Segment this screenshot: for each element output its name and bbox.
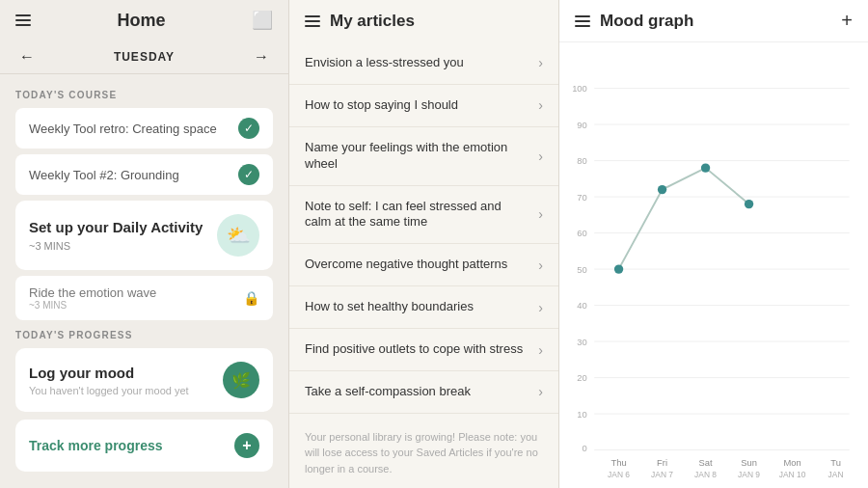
ride-item[interactable]: Ride the emotion wave ~3 MINS 🔒 (15, 276, 273, 320)
svg-text:Mon: Mon (783, 458, 800, 468)
left-header: Home ⬜ (0, 0, 288, 41)
add-mood-button[interactable]: + (841, 10, 853, 32)
mood-icon: 🌿 (223, 362, 259, 398)
chevron-icon-2: › (538, 149, 543, 164)
activity-card[interactable]: Set up your Daily Activity ~3 MINS ⛅ (15, 201, 273, 270)
track-btn-label: Track more progress (29, 438, 163, 453)
right-header: Mood graph + (559, 0, 868, 42)
check-icon-1: ✓ (238, 118, 259, 139)
mood-log-subtitle: You haven't logged your mood yet (29, 385, 189, 396)
chevron-icon-1: › (538, 97, 543, 113)
today-course-label: TODAY'S COURSE (15, 90, 273, 100)
mood-log-card[interactable]: Log your mood You haven't logged your mo… (15, 348, 273, 412)
svg-text:JAN 7: JAN 7 (651, 470, 673, 479)
svg-text:70: 70 (577, 193, 586, 203)
chevron-icon-6: › (538, 342, 543, 358)
svg-text:40: 40 (577, 301, 586, 311)
article-item-4[interactable]: Overcome negative thought patterns › (289, 244, 558, 286)
chevron-icon-4: › (538, 258, 543, 273)
prev-day-arrow[interactable]: ← (19, 48, 35, 66)
track-progress-button[interactable]: Track more progress + (15, 420, 273, 472)
svg-text:JAN 6: JAN 6 (608, 470, 630, 479)
hamburger-menu[interactable] (15, 14, 31, 26)
article-item-5[interactable]: How to set healthy boundaries › (289, 286, 558, 329)
mood-hamburger[interactable] (575, 15, 590, 27)
course-item-2[interactable]: Weekly Tool #2: Grounding ✓ (15, 154, 273, 195)
check-icon-2: ✓ (238, 164, 259, 185)
article-title-4: Overcome negative thought patterns (305, 257, 538, 273)
mood-log-left: Log your mood You haven't logged your mo… (29, 365, 189, 396)
next-day-arrow[interactable]: → (254, 48, 269, 66)
svg-text:20: 20 (577, 373, 586, 383)
article-item-7[interactable]: Take a self-compassion break › (289, 371, 558, 414)
articles-list: Envision a less-stressed you › How to st… (289, 42, 558, 418)
chevron-icon-0: › (538, 55, 543, 70)
svg-text:50: 50 (577, 265, 586, 275)
left-panel: Home ⬜ ← TUESDAY → TODAY'S COURSE Weekly… (0, 0, 289, 488)
data-point-sun (745, 200, 753, 208)
lock-icon: 🔒 (243, 290, 259, 306)
home-title: Home (117, 11, 165, 31)
data-point-thu (614, 264, 623, 273)
svg-text:Fri: Fri (657, 458, 667, 468)
article-title-5: How to set healthy boundaries (305, 299, 538, 315)
svg-text:JAN 10: JAN 10 (779, 470, 806, 479)
activity-title: Set up your Daily Activity (29, 219, 203, 236)
svg-text:100: 100 (572, 84, 587, 94)
article-title-1: How to stop saying I should (305, 97, 538, 114)
data-point-sat (701, 163, 710, 172)
day-nav: ← TUESDAY → (0, 41, 288, 74)
chevron-icon-7: › (538, 384, 543, 399)
article-title-6: Find positive outlets to cope with stres… (305, 341, 538, 358)
ride-title: Ride the emotion wave (29, 285, 156, 300)
current-day: TUESDAY (114, 50, 175, 64)
svg-text:10: 10 (577, 410, 586, 420)
articles-footer: Your personal library is growing! Please… (289, 418, 558, 489)
article-title-3: Note to self: I can feel stressed and ca… (305, 199, 538, 231)
svg-text:JAN 8: JAN 8 (694, 470, 717, 479)
svg-text:60: 60 (577, 229, 586, 238)
article-item-3[interactable]: Note to self: I can feel stressed and ca… (289, 186, 558, 245)
svg-text:0: 0 (583, 444, 587, 453)
activity-icon: ⛅ (217, 214, 259, 257)
article-title-2: Name your feelings with the emotion whee… (305, 140, 538, 173)
plus-icon: + (234, 433, 259, 458)
mood-chart-svg: 100 90 80 70 60 50 40 30 20 10 0 (569, 52, 858, 488)
right-header-left: Mood graph (575, 12, 693, 31)
mood-log-title: Log your mood (29, 365, 189, 381)
svg-text:Thu: Thu (610, 458, 626, 468)
svg-text:JAN 9: JAN 9 (738, 470, 760, 479)
notification-icon[interactable]: ⬜ (252, 10, 273, 31)
chart-area: 100 90 80 70 60 50 40 30 20 10 0 (559, 42, 868, 488)
right-panel: Mood graph + 100 90 80 70 60 50 40 30 20… (559, 0, 868, 488)
article-item-0[interactable]: Envision a less-stressed you › (289, 42, 558, 85)
activity-mins: ~3 MINS (29, 240, 203, 252)
svg-text:JAN: JAN (828, 470, 844, 479)
svg-text:Tu: Tu (830, 458, 841, 468)
ride-item-left: Ride the emotion wave ~3 MINS (29, 285, 156, 311)
ride-mins: ~3 MINS (29, 300, 156, 311)
middle-panel: My articles Envision a less-stressed you… (289, 0, 559, 488)
data-point-fri (658, 185, 666, 194)
course-item-1[interactable]: Weekly Tool retro: Creating space ✓ (15, 108, 273, 149)
chevron-icon-3: › (538, 206, 543, 222)
activity-card-left: Set up your Daily Activity ~3 MINS (29, 219, 203, 252)
article-item-2[interactable]: Name your feelings with the emotion whee… (289, 127, 558, 186)
articles-title: My articles (330, 12, 415, 31)
svg-text:30: 30 (577, 338, 586, 347)
svg-text:Sat: Sat (699, 458, 713, 468)
course-item-2-text: Weekly Tool #2: Grounding (29, 168, 179, 182)
article-title-0: Envision a less-stressed you (305, 55, 538, 71)
articles-hamburger[interactable] (305, 15, 320, 27)
mood-graph-title: Mood graph (600, 12, 693, 31)
article-item-6[interactable]: Find positive outlets to cope with stres… (289, 329, 558, 371)
svg-text:80: 80 (577, 156, 586, 166)
article-item-1[interactable]: How to stop saying I should › (289, 85, 558, 127)
middle-header: My articles (289, 0, 558, 42)
svg-text:Sun: Sun (741, 458, 757, 468)
article-title-7: Take a self-compassion break (305, 384, 538, 400)
svg-text:90: 90 (577, 121, 586, 130)
left-content: TODAY'S COURSE Weekly Tool retro: Creati… (0, 74, 288, 488)
chevron-icon-5: › (538, 300, 543, 315)
today-progress-label: TODAY'S PROGRESS (15, 330, 273, 340)
